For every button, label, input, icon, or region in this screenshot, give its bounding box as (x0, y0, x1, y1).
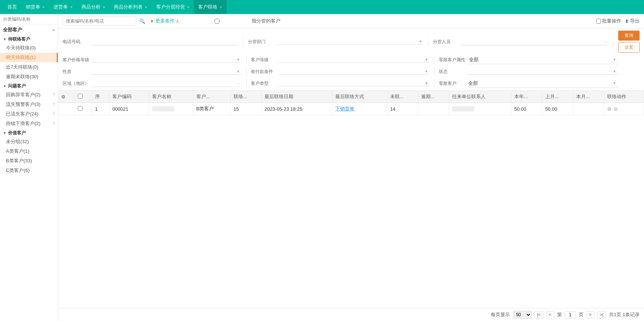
my-customers-checkbox[interactable] (184, 19, 250, 24)
sidebar-item[interactable]: C类客户(6) (0, 166, 58, 175)
sidebar-item[interactable]: 今天待联络(0) (0, 43, 58, 53)
col-header-partner_contact: 往来单位联系人 (449, 91, 511, 103)
sidebar-item[interactable]: 逾期未联络(30) (0, 72, 58, 82)
sidebar-item[interactable]: 明天待联络(1) (0, 53, 58, 62)
settings-icon[interactable]: ⚙ (61, 94, 66, 100)
search-input[interactable] (63, 17, 136, 25)
collapse-icon[interactable]: « (52, 27, 55, 32)
filter-row-4: 区域（地区） ··· 客户类型 ▼ 零散客户 全部▼ (63, 79, 640, 88)
payment-select[interactable]: ▼ (279, 69, 430, 75)
close-icon[interactable]: × (220, 5, 222, 9)
row-settings (58, 103, 75, 115)
close-icon[interactable]: × (103, 5, 105, 9)
batch-op-btn[interactable]: 批量操作 (596, 18, 621, 24)
col-header-name: 客户名称 (149, 91, 193, 103)
all-customers-header[interactable]: 全部客户 « (0, 24, 58, 35)
nature-select[interactable]: ▼ (91, 69, 242, 75)
nav-item-商品分析[interactable]: 商品分析× (77, 0, 109, 14)
sidebar-item[interactable]: 回购异常客户(2)? (0, 90, 58, 100)
settings-col-header[interactable]: ⚙ (58, 91, 75, 103)
table-row: 1000021 B类客户152023-05-23 18:25:下销货单14 50… (58, 103, 644, 115)
col-label: 联络动作 (607, 93, 626, 100)
region-label: 区域（地区） (63, 80, 89, 87)
action-icon-2[interactable]: ⊞ (614, 106, 618, 112)
query-btn[interactable]: 查询 (618, 31, 640, 41)
dept-label: 分管部门 (248, 39, 274, 45)
help-icon[interactable]: ? (53, 93, 55, 97)
sidebar-group-待联络客户[interactable]: 待联络客户 (0, 35, 58, 43)
nav-item-商品分析列表[interactable]: 商品分析列表× (109, 0, 151, 14)
phone-input[interactable] (91, 38, 239, 45)
col-label: 序 (95, 93, 100, 100)
sidebar-item[interactable]: A类客户(1) (0, 146, 58, 156)
region-select[interactable]: ··· (91, 80, 242, 87)
cell-action: ♻⊞ (604, 103, 644, 115)
cust-level-label: 客户等级 (251, 57, 277, 63)
first-page-btn[interactable]: |< (535, 311, 543, 318)
select-all-checkbox[interactable] (78, 94, 83, 99)
prev-page-btn[interactable]: < (546, 311, 554, 318)
retail-cust-cell: 零散客户 全部▼ (439, 79, 618, 88)
close-icon[interactable]: × (70, 5, 72, 9)
nav-item-客户分层经营[interactable]: 客户分层经营× (152, 0, 194, 14)
action-buttons: 查询 设置 (618, 31, 640, 53)
col-label: 客户编码 (112, 93, 132, 100)
nav-item-首页[interactable]: 首页 (3, 0, 21, 14)
manager-cell: 分管人员 ··· (433, 38, 609, 45)
help-icon[interactable]: ? (53, 121, 55, 126)
action-icon-1[interactable]: ♻ (607, 106, 612, 112)
sidebar-group-价值客户[interactable]: 价值客户 (0, 128, 58, 137)
export-icon: ⬆ (625, 18, 629, 24)
checkbox-col-header[interactable] (75, 91, 92, 103)
page-number-input[interactable] (565, 311, 576, 318)
sidebar-item[interactable]: 未分组(32) (0, 137, 58, 146)
nav-item-客户联络[interactable]: 客户联络× (194, 0, 226, 14)
sidebar-item[interactable]: 近7天待联络(0) (0, 62, 58, 72)
help-icon[interactable]: ? (53, 102, 55, 107)
filter-row-1: 电话号码 分管部门 ▼ 分管人员 ··· (63, 31, 640, 53)
col-label: 上月... (545, 93, 559, 100)
contact-method-link[interactable]: 下销货单 (335, 106, 354, 111)
cust-type-select[interactable]: ▼ (279, 80, 430, 86)
retail-attr-cell: 零散客户属性 全部▼ (439, 56, 618, 64)
cust-level-select[interactable]: ▼ (279, 57, 430, 63)
cust-type-label: 客户类型 (251, 80, 277, 87)
row-checkbox[interactable] (78, 106, 83, 111)
manager-select[interactable]: ··· (461, 38, 609, 45)
help-icon[interactable]: ? (53, 112, 55, 116)
nav-item-进货单[interactable]: 进货单× (49, 0, 77, 14)
sidebar-group-问题客户[interactable]: 问题客户 (0, 82, 58, 90)
col-label: 客户... (196, 93, 210, 100)
my-customers-checkbox-label[interactable]: 我分管的客户 (184, 18, 280, 24)
status-select[interactable]: ▼ (467, 69, 618, 75)
close-icon[interactable]: × (187, 5, 189, 9)
sidebar-search-input[interactable] (3, 17, 58, 22)
retail-cust-select[interactable]: 全部▼ (467, 79, 618, 88)
search-icon[interactable]: 🔍 (139, 18, 145, 24)
cell-last_contact_method: 下销货单 (332, 103, 387, 115)
col-header-code: 客户编码 (109, 91, 149, 103)
page-size-select[interactable]: 50 100 200 (513, 311, 532, 319)
close-icon[interactable]: × (42, 5, 45, 9)
data-table-area: ⚙序客户编码客户名称客户...联络...最后联络日期最后联络方式未联...逾期.… (58, 91, 644, 308)
sidebar-item[interactable]: 流失预警客户(3)? (0, 100, 58, 109)
next-page-btn[interactable]: > (587, 311, 594, 318)
dept-select[interactable]: ▼ (276, 39, 424, 45)
cust-price-select[interactable]: ▼ (91, 57, 242, 63)
nature-label: 性质 (63, 69, 88, 75)
sidebar-item[interactable]: 持续下滑客户(2)? (0, 119, 58, 128)
sidebar-item[interactable]: 已流失客户(24)? (0, 109, 58, 119)
sidebar-item[interactable]: B类客户(33) (0, 156, 58, 166)
phone-label: 电话号码 (63, 39, 88, 45)
sidebar-search-bar: 🔍 (0, 14, 58, 24)
retail-attr-select[interactable]: 全部▼ (468, 56, 618, 64)
close-icon[interactable]: × (145, 5, 147, 9)
nav-item-销货单[interactable]: 销货单× (21, 0, 49, 14)
set-btn[interactable]: 设置 (618, 42, 640, 53)
more-conditions-btn[interactable]: ▼ 更多条件 ∧ (148, 16, 181, 26)
last-page-btn[interactable]: >| (597, 311, 606, 318)
export-btn[interactable]: ⬆ 导出 (625, 18, 640, 24)
advanced-filters: 电话号码 分管部门 ▼ 分管人员 ··· (58, 28, 644, 91)
col-header-contact_num: 联络... (230, 91, 261, 103)
toolbar-right: 批量操作 ⬆ 导出 (596, 18, 640, 24)
